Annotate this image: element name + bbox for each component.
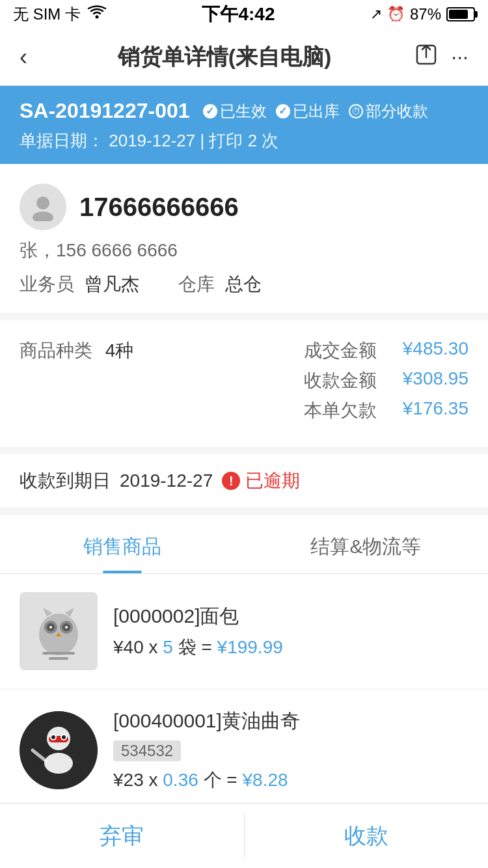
due-date-value: 2019-12-27 bbox=[120, 470, 213, 491]
product-name-1: [0000002]面包 bbox=[113, 603, 468, 630]
summary-section: 商品种类 4种 成交金额 ¥485.30 收款金额 ¥308.95 本单欠款 ¥… bbox=[0, 320, 488, 446]
tab-active-indicator bbox=[103, 571, 142, 573]
product-item-2: [000400001]黄油曲奇 534532 ¥23 x 0.36 个 = ¥8… bbox=[0, 690, 488, 811]
battery-icon bbox=[446, 7, 475, 21]
back-button[interactable]: ‹ bbox=[20, 44, 59, 71]
time-label: 下午4:42 bbox=[202, 2, 275, 27]
svg-point-0 bbox=[96, 16, 99, 19]
check-icon-2: ✓ bbox=[276, 104, 290, 118]
products-container: [0000002]面包 ¥40 x 5 袋 = ¥199.99 bbox=[0, 574, 488, 811]
product-item: [0000002]面包 ¥40 x 5 袋 = ¥199.99 bbox=[0, 574, 488, 688]
status-bar: 无 SIM 卡 下午4:42 ↗ ⏰ 87% bbox=[0, 0, 488, 29]
product-info-2: [000400001]黄油曲奇 534532 ¥23 x 0.36 个 = ¥8… bbox=[113, 708, 468, 793]
confirm-button[interactable]: 收款 bbox=[245, 804, 489, 868]
overdue-icon: ! bbox=[222, 472, 240, 490]
page-title: 销货单详情(来自电脑) bbox=[59, 42, 390, 72]
product-thumb-2 bbox=[20, 711, 98, 789]
product-sku-badge: 534532 bbox=[113, 740, 181, 761]
customer-name: 17666666666 bbox=[79, 193, 239, 222]
avatar bbox=[20, 183, 66, 230]
bottom-toolbar: 弃审 收款 bbox=[0, 803, 488, 868]
svg-point-19 bbox=[44, 753, 73, 774]
alarm-icon: ⏰ bbox=[387, 6, 405, 23]
due-date-section: 收款到期日 2019-12-27 ! 已逾期 bbox=[0, 454, 488, 508]
svg-point-24 bbox=[62, 735, 66, 739]
summary-right: 成交金额 ¥485.30 收款金额 ¥308.95 本单欠款 ¥176.35 bbox=[304, 338, 468, 428]
svg-point-11 bbox=[65, 626, 68, 629]
product-name-2: [000400001]黄油曲奇 bbox=[113, 708, 468, 735]
cancel-button[interactable]: 弃审 bbox=[0, 804, 244, 868]
product-price-row-2: ¥23 x 0.36 个 = ¥8.28 bbox=[113, 768, 468, 793]
customer-sub: 张，156 6666 6666 bbox=[20, 238, 468, 263]
svg-point-2 bbox=[36, 197, 49, 210]
deal-amount-row: 成交金额 ¥485.30 bbox=[304, 338, 468, 363]
product-price-row-1: ¥40 x 5 袋 = ¥199.99 bbox=[113, 635, 468, 660]
more-button[interactable]: ··· bbox=[451, 45, 468, 69]
overdue-badge: ! 已逾期 bbox=[222, 468, 300, 493]
svg-rect-16 bbox=[49, 657, 68, 660]
product-info-1: [0000002]面包 ¥40 x 5 袋 = ¥199.99 bbox=[113, 603, 468, 660]
badge-active: ✓ 已生效 bbox=[203, 101, 267, 122]
wifi-icon bbox=[87, 5, 107, 23]
received-row: 收款金额 ¥308.95 bbox=[304, 368, 468, 393]
tab-settlement[interactable]: 结算&物流等 bbox=[244, 515, 488, 573]
badge-partial: ⏱ 部分收款 bbox=[349, 101, 428, 122]
check-icon: ✓ bbox=[203, 104, 217, 118]
tab-products[interactable]: 销售商品 bbox=[0, 515, 244, 573]
svg-rect-15 bbox=[42, 652, 75, 655]
customer-meta: 业务员 曾凡杰 仓库 总仓 bbox=[20, 272, 468, 297]
product-thumb-1 bbox=[20, 592, 98, 670]
order-header: SA-20191227-001 ✓ 已生效 ✓ 已出库 ⏱ 部分收款 单据日期：… bbox=[0, 86, 488, 164]
warehouse-info: 仓库 总仓 bbox=[178, 272, 262, 297]
carrier-label: 无 SIM 卡 bbox=[13, 4, 81, 25]
order-badges: ✓ 已生效 ✓ 已出库 ⏱ 部分收款 bbox=[203, 101, 428, 122]
nav-bar: ‹ 销货单详情(来自电脑) ··· bbox=[0, 29, 488, 86]
tabs-container: 销售商品 结算&物流等 bbox=[0, 515, 488, 574]
battery-label: 87% bbox=[410, 5, 441, 23]
customer-section: 17666666666 张，156 6666 6666 业务员 曾凡杰 仓库 总… bbox=[0, 164, 488, 312]
status-right: ↗ ⏰ 87% bbox=[370, 5, 475, 23]
location-icon: ↗ bbox=[370, 6, 382, 23]
nav-actions: ··· bbox=[390, 43, 468, 72]
badge-shipped: ✓ 已出库 bbox=[276, 101, 340, 122]
status-left: 无 SIM 卡 bbox=[13, 4, 107, 25]
order-date-row: 单据日期： 2019-12-27 | 打印 2 次 bbox=[20, 129, 468, 152]
summary-left: 商品种类 4种 bbox=[20, 338, 133, 363]
order-id: SA-20191227-001 bbox=[20, 99, 190, 123]
share-button[interactable] bbox=[414, 43, 438, 72]
overdue-label: 已逾期 bbox=[245, 468, 300, 493]
sales-info: 业务员 曾凡杰 bbox=[20, 272, 139, 297]
owed-row: 本单欠款 ¥176.35 bbox=[304, 398, 468, 423]
svg-point-10 bbox=[49, 626, 52, 629]
svg-point-3 bbox=[33, 211, 53, 221]
due-date-label: 收款到期日 bbox=[20, 468, 111, 493]
svg-point-23 bbox=[51, 735, 55, 739]
clock-icon: ⏱ bbox=[349, 104, 363, 118]
